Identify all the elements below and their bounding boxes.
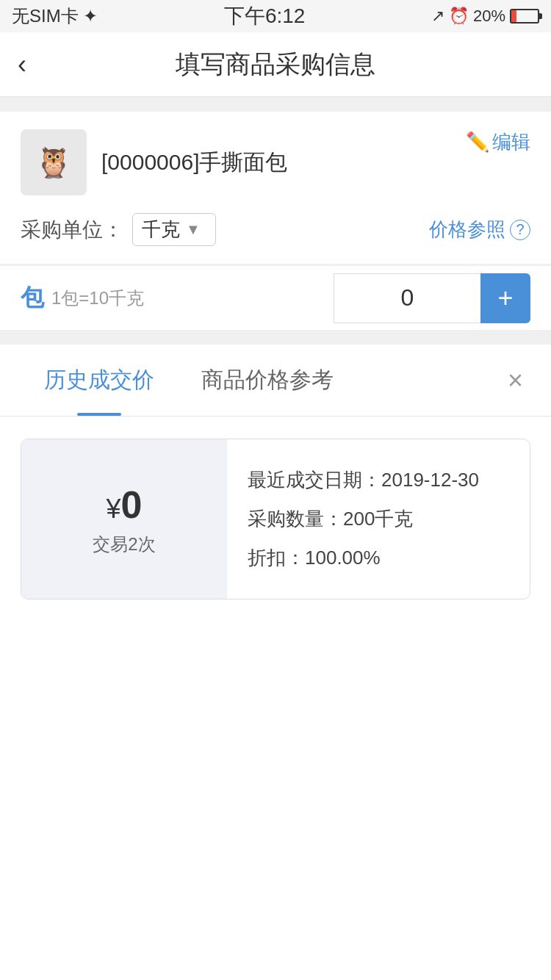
info-icon: ? bbox=[510, 220, 530, 240]
product-thumbnail: 🦉 bbox=[21, 129, 87, 195]
tabs-header: 历史成交价 商品价格参考 × bbox=[0, 345, 551, 417]
quantity-label: 包 1包=10千克 bbox=[21, 282, 144, 314]
nav-bar: ‹ 填写商品采购信息 bbox=[0, 32, 551, 97]
quantity-input[interactable]: 0 bbox=[334, 273, 480, 323]
history-details: 最近成交日期：2019-12-30 采购数量：200千克 折扣：100.00% bbox=[227, 439, 530, 599]
tabs-section: 历史成交价 商品价格参考 × ¥0 交易2次 最近成交日期：2019-12-30… bbox=[0, 345, 551, 621]
tab-close-button[interactable]: × bbox=[500, 350, 530, 411]
status-right: ↗ ⏰ 20% bbox=[431, 7, 539, 26]
quantity-section: 包 1包=10千克 0 + bbox=[0, 265, 551, 330]
status-time: 下午6:12 bbox=[224, 2, 306, 30]
history-price-summary: ¥0 交易2次 bbox=[21, 439, 227, 599]
purchase-quantity-row: 采购数量：200千克 bbox=[248, 505, 509, 533]
product-name: [0000006]手撕面包 bbox=[101, 147, 287, 178]
dropdown-arrow-icon: ▼ bbox=[186, 221, 201, 238]
recent-date-row: 最近成交日期：2019-12-30 bbox=[248, 466, 509, 494]
status-bar: 无SIM卡 ✦ 下午6:12 ↗ ⏰ 20% bbox=[0, 0, 551, 32]
location-icon: ↗ bbox=[431, 7, 444, 26]
status-left: 无SIM卡 ✦ bbox=[12, 4, 98, 28]
quantity-plus-button[interactable]: + bbox=[480, 273, 530, 323]
unit-label: 采购单位： bbox=[21, 216, 123, 244]
product-bottom: 采购单位： 千克 ▼ 价格参照 ? bbox=[21, 213, 530, 246]
unit-value: 千克 bbox=[142, 217, 180, 242]
discount-row: 折扣：100.00% bbox=[248, 544, 509, 572]
battery-icon bbox=[510, 9, 539, 24]
history-trades-count: 交易2次 bbox=[93, 533, 155, 556]
currency-symbol: ¥ bbox=[107, 494, 121, 524]
product-logo: 🦉 bbox=[35, 145, 72, 180]
unit-conversion: 1包=10千克 bbox=[51, 287, 144, 310]
tab-price-reference[interactable]: 商品价格参考 bbox=[178, 345, 357, 416]
tab-content: ¥0 交易2次 最近成交日期：2019-12-30 采购数量：200千克 折扣：… bbox=[0, 417, 551, 621]
tab-history-price[interactable]: 历史成交价 bbox=[21, 345, 178, 416]
product-top: 🦉 [0000006]手撕面包 ✏️ 编辑 bbox=[21, 129, 530, 195]
carrier-text: 无SIM卡 ✦ bbox=[12, 4, 98, 28]
edit-button[interactable]: ✏️ 编辑 bbox=[466, 129, 530, 155]
bottom-area bbox=[0, 621, 551, 980]
price-reference-button[interactable]: 价格参照 ? bbox=[429, 217, 530, 242]
history-card: ¥0 交易2次 最近成交日期：2019-12-30 采购数量：200千克 折扣：… bbox=[21, 439, 530, 599]
plus-icon: + bbox=[497, 283, 513, 314]
product-info: 🦉 [0000006]手撕面包 bbox=[21, 129, 287, 195]
back-button[interactable]: ‹ bbox=[18, 49, 26, 80]
unit-badge: 包 bbox=[21, 282, 44, 314]
page-title: 填写商品采购信息 bbox=[176, 48, 375, 82]
battery-percent: 20% bbox=[473, 7, 505, 26]
product-card: 🦉 [0000006]手撕面包 ✏️ 编辑 采购单位： 千克 ▼ 价格参照 ? bbox=[0, 112, 551, 264]
unit-row: 采购单位： 千克 ▼ bbox=[21, 213, 216, 246]
history-price-value: ¥0 bbox=[107, 483, 143, 527]
quantity-input-area: 0 + bbox=[334, 273, 530, 323]
alarm-icon: ⏰ bbox=[449, 7, 469, 26]
edit-icon: ✏️ bbox=[466, 131, 489, 154]
unit-select[interactable]: 千克 ▼ bbox=[132, 213, 216, 246]
